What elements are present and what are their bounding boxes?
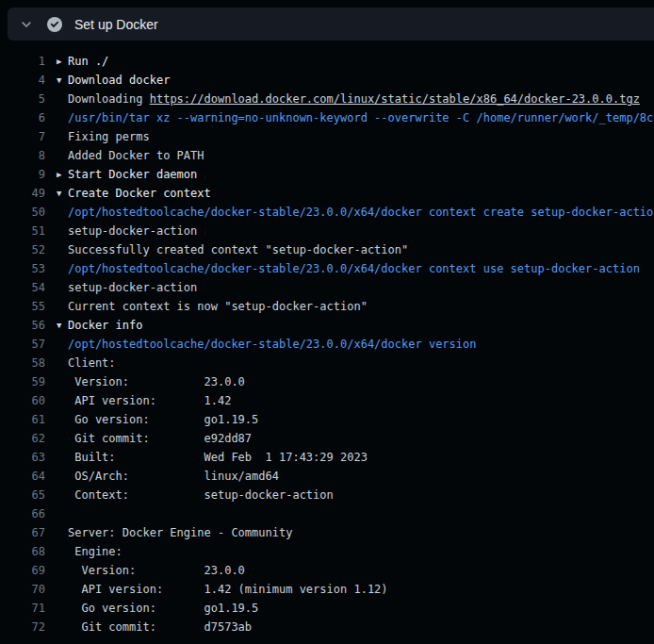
line-number[interactable]: 56 xyxy=(0,316,45,335)
line-number[interactable]: 54 xyxy=(0,278,45,297)
log-line-text: /opt/hostedtoolcache/docker-stable/23.0.… xyxy=(68,259,654,278)
group-collapsed-icon[interactable]: ▶ xyxy=(57,52,68,71)
gutter-spacer xyxy=(57,278,68,297)
download-url-link[interactable]: https://download.docker.com/linux/static… xyxy=(150,92,640,106)
log-line: 55Current context is now "setup-docker-a… xyxy=(0,297,654,316)
gutter-spacer xyxy=(57,297,68,316)
line-number[interactable]: 72 xyxy=(0,618,45,636)
log-line: 60 API version: 1.42 xyxy=(0,391,654,410)
group-expanded-icon[interactable]: ▼ xyxy=(57,71,68,90)
line-number[interactable]: 49 xyxy=(0,184,45,203)
log-line: 6/usr/bin/tar xz --warning=no-unknown-ke… xyxy=(0,108,654,127)
log-line-text: /opt/hostedtoolcache/docker-stable/23.0.… xyxy=(68,335,654,354)
line-number[interactable]: 5 xyxy=(0,90,45,108)
log-line: 72 Git commit: d7573ab xyxy=(0,618,654,636)
line-number[interactable]: 53 xyxy=(0,259,45,278)
log-group-line: 4▼Download docker xyxy=(0,71,654,90)
line-number[interactable]: 8 xyxy=(0,146,45,165)
line-number[interactable]: 69 xyxy=(0,561,45,580)
log-line: 65 Context: setup-docker-action xyxy=(0,486,654,504)
gutter-spacer xyxy=(57,467,68,486)
line-number[interactable]: 71 xyxy=(0,599,45,618)
gutter-spacer xyxy=(57,391,68,410)
log-line: 57/opt/hostedtoolcache/docker-stable/23.… xyxy=(0,335,654,354)
chevron-down-icon[interactable] xyxy=(15,13,38,36)
log-line: 58Client: xyxy=(0,354,654,372)
line-number[interactable]: 62 xyxy=(0,429,45,448)
line-number[interactable]: 59 xyxy=(0,372,45,391)
log-group-line: 1▶Run ./ xyxy=(0,52,654,71)
log-line-text: Context: setup-docker-action xyxy=(68,486,654,504)
log-line-text[interactable]: Download docker xyxy=(68,71,654,90)
log-line: 63 Built: Wed Feb 1 17:43:29 2023 xyxy=(0,448,654,467)
command-text: /usr/bin/tar xz --warning=no-unknown-key… xyxy=(68,111,654,124)
gutter-spacer xyxy=(57,504,68,523)
log-line: 52Successfully created context "setup-do… xyxy=(0,240,654,259)
log-line-text: Go version: go1.19.5 xyxy=(68,599,654,618)
log-line-text: Version: 23.0.0 xyxy=(68,561,654,580)
group-expanded-icon[interactable]: ▼ xyxy=(57,184,68,203)
gutter-spacer xyxy=(57,486,68,504)
gutter-spacer xyxy=(57,561,68,580)
log-line: 69 Version: 23.0.0 xyxy=(0,561,654,580)
check-circle-icon xyxy=(47,17,62,32)
line-number[interactable]: 63 xyxy=(0,448,45,467)
line-number[interactable]: 6 xyxy=(0,108,45,127)
line-number[interactable]: 52 xyxy=(0,240,45,259)
gutter-spacer xyxy=(57,203,68,222)
gutter-spacer xyxy=(57,335,68,354)
log-line-text[interactable]: Start Docker daemon xyxy=(68,165,654,184)
log-line: 68 Engine: xyxy=(0,542,654,561)
line-number[interactable]: 1 xyxy=(0,52,45,71)
command-text: /opt/hostedtoolcache/docker-stable/23.0.… xyxy=(68,338,476,351)
line-number[interactable]: 64 xyxy=(0,467,45,486)
log-line-text: setup-docker-action xyxy=(68,278,654,297)
line-number[interactable]: 68 xyxy=(0,542,45,561)
log-line-text[interactable]: Docker info xyxy=(68,316,654,335)
log-line: 71 Go version: go1.19.5 xyxy=(0,599,654,618)
line-number[interactable]: 51 xyxy=(0,222,45,240)
step-title: Set up Docker xyxy=(74,17,158,32)
line-number[interactable]: 4 xyxy=(0,71,45,90)
gutter-spacer xyxy=(57,90,68,108)
group-collapsed-icon[interactable]: ▶ xyxy=(57,165,68,184)
log-line-text: /usr/bin/tar xz --warning=no-unknown-key… xyxy=(68,108,654,127)
gutter-spacer xyxy=(57,429,68,448)
gutter-spacer xyxy=(57,354,68,372)
log-line: 62 Git commit: e92dd87 xyxy=(0,429,654,448)
line-number[interactable]: 57 xyxy=(0,335,45,354)
gutter-spacer xyxy=(57,542,68,561)
line-number[interactable]: 61 xyxy=(0,410,45,429)
step-header[interactable]: Set up Docker xyxy=(8,8,654,41)
line-number[interactable]: 67 xyxy=(0,523,45,542)
line-number[interactable]: 65 xyxy=(0,486,45,504)
line-number[interactable]: 7 xyxy=(0,127,45,146)
log-line: 59 Version: 23.0.0 xyxy=(0,372,654,391)
gutter-spacer xyxy=(57,448,68,467)
group-expanded-icon[interactable]: ▼ xyxy=(57,316,68,335)
log-line-text[interactable]: Run ./ xyxy=(68,52,654,71)
line-number[interactable]: 55 xyxy=(0,297,45,316)
gutter-spacer xyxy=(57,618,68,636)
log-line-text: Version: 23.0.0 xyxy=(68,372,654,391)
log-line: 70 API version: 1.42 (minimum version 1.… xyxy=(0,580,654,599)
line-number[interactable]: 70 xyxy=(0,580,45,599)
line-number[interactable]: 9 xyxy=(0,165,45,184)
log-group-line: 56▼Docker info xyxy=(0,316,654,335)
gutter-spacer xyxy=(57,240,68,259)
log-area: 1▶Run ./4▼Download docker5Downloading ht… xyxy=(0,41,654,644)
log-line-text: API version: 1.42 (minimum version 1.12) xyxy=(68,580,654,599)
log-line-text: OS/Arch: linux/amd64 xyxy=(68,467,654,486)
log-line: 64 OS/Arch: linux/amd64 xyxy=(0,467,654,486)
line-number[interactable]: 60 xyxy=(0,391,45,410)
log-line-text: Engine: xyxy=(68,542,654,561)
log-group-line: 9▶Start Docker daemon xyxy=(0,165,654,184)
gutter-spacer xyxy=(57,146,68,165)
log-line-text[interactable]: Create Docker context xyxy=(68,184,654,203)
gutter-spacer xyxy=(57,410,68,429)
line-number[interactable]: 50 xyxy=(0,203,45,222)
log-line-text: Server: Docker Engine - Community xyxy=(68,523,654,542)
line-number[interactable]: 58 xyxy=(0,354,45,372)
line-number[interactable]: 66 xyxy=(0,504,45,523)
gutter-spacer xyxy=(57,127,68,146)
